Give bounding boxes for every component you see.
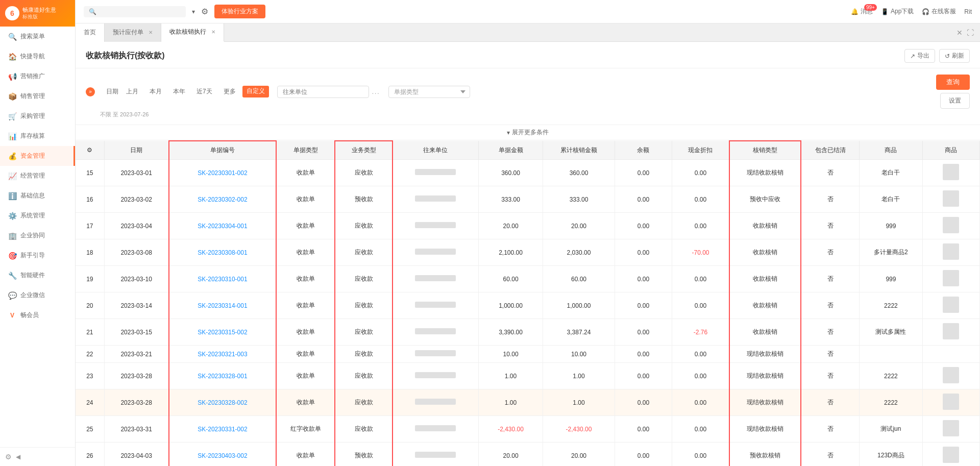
cell-seq: 25: [76, 416, 104, 443]
doc-type-select[interactable]: 单据类型: [388, 86, 470, 98]
sidebar-item-member[interactable]: V 畅会员: [0, 305, 75, 325]
doc-no-link[interactable]: SK-20230310-001: [198, 276, 247, 283]
tab-receipt-cancel[interactable]: 收款核销执行 ✕: [161, 23, 224, 42]
setting-button[interactable]: 设置: [940, 93, 970, 109]
sidebar-item-basic[interactable]: ℹ️ 基础信息: [0, 186, 75, 206]
cell-balance: 0.00: [615, 389, 672, 416]
sidebar-item-guide[interactable]: 🎯 新手引导: [0, 246, 75, 265]
industry-solution-button[interactable]: 体验行业方案: [214, 5, 265, 18]
export-button[interactable]: ↗ 导出: [904, 49, 935, 63]
this-month-btn[interactable]: 本月: [145, 86, 166, 97]
doc-no-link[interactable]: SK-20230308-001: [198, 249, 247, 256]
filter-doc-type: 单据类型: [388, 86, 470, 98]
cell-cumulative: 1.00: [543, 389, 615, 416]
cell-seq: 15: [76, 160, 104, 186]
refresh-button[interactable]: ↺ 刷新: [939, 49, 970, 63]
cell-seq: 24: [76, 389, 104, 416]
settings-icon[interactable]: ⚙: [201, 7, 208, 16]
close-all-icon[interactable]: ✕: [957, 29, 963, 37]
unit-dots[interactable]: ...: [372, 88, 380, 95]
sidebar-item-hardware[interactable]: 🔧 智能硬件: [0, 265, 75, 285]
sidebar-item-marketing[interactable]: 📢 营销推广: [0, 66, 75, 86]
this-year-btn[interactable]: 本年: [168, 86, 190, 97]
sidebar-item-system[interactable]: ⚙️ 系统管理: [0, 206, 75, 226]
doc-no-link[interactable]: SK-20230328-001: [198, 373, 247, 380]
cell-date: 2023-03-28: [104, 389, 168, 416]
expand-filter-icon[interactable]: »: [86, 87, 95, 96]
tab-receipt-cancel-close-icon[interactable]: ✕: [211, 29, 215, 35]
cell-cumulative: 1.00: [543, 363, 615, 389]
app-download-button[interactable]: 📱 App下载: [881, 7, 914, 16]
cell-cancel-type: 现结收款核销: [729, 160, 801, 186]
fullscreen-icon[interactable]: ⛶: [967, 29, 974, 37]
export-icon: ↗: [910, 53, 915, 60]
topbar-search-box[interactable]: 🔍: [84, 6, 186, 17]
page-header-actions: ↗ 导出 ↺ 刷新: [904, 49, 970, 63]
cell-doc-type: 红字收款单: [276, 416, 335, 443]
cell-included: 否: [801, 239, 859, 266]
cell-amount: 3,390.00: [478, 319, 543, 346]
cell-goods2: [922, 443, 980, 467]
doc-no-link[interactable]: SK-20230304-001: [198, 223, 247, 230]
cell-cumulative: -2,430.00: [543, 416, 615, 443]
unit-input[interactable]: [277, 86, 369, 98]
sidebar-item-label: 营销推广: [20, 72, 45, 81]
sidebar-item-label: 基础信息: [20, 191, 45, 200]
table-row: 23 2023-03-28 SK-20230328-001 收款单 应收款 1.…: [76, 363, 980, 389]
cell-balance: 0.00: [615, 239, 672, 266]
messages-button[interactable]: 🔔 消息 99+: [851, 7, 873, 16]
cell-date: 2023-03-02: [104, 186, 168, 213]
sidebar-item-wechat[interactable]: 💬 企业微信: [0, 285, 75, 305]
table-row: 16 2023-03-02 SK-20230302-002 收款单 预收款 33…: [76, 186, 980, 213]
tab-pre-receipt[interactable]: 预计应付单 ✕: [105, 23, 161, 42]
doc-no-link[interactable]: SK-20230314-001: [198, 302, 247, 309]
doc-no-link[interactable]: SK-20230315-002: [198, 329, 247, 336]
doc-no-link[interactable]: SK-20230328-002: [198, 399, 247, 406]
cell-seq: 19: [76, 266, 104, 292]
cell-balance: 0.00: [615, 213, 672, 239]
last-7days-btn[interactable]: 近7天: [192, 86, 217, 97]
doc-no-link[interactable]: SK-20230301-002: [198, 169, 247, 177]
user-avatar[interactable]: Rit: [964, 8, 972, 15]
home-icon: 🏠: [8, 53, 16, 61]
topbar: 🔍 ▾ ⚙ 体验行业方案 🔔 消息 99+ 📱 App下载 🎧 在线客服 Rit: [76, 0, 980, 23]
doc-no-link[interactable]: SK-20230331-002: [198, 426, 247, 433]
custom-date-btn[interactable]: 自定义: [242, 86, 269, 97]
sidebar-item-quick-nav[interactable]: 🏠 快捷导航: [0, 46, 75, 66]
cell-date: 2023-03-14: [104, 292, 168, 319]
dropdown-arrow-icon[interactable]: ▾: [192, 8, 195, 15]
sidebar-item-label: 系统管理: [20, 211, 45, 220]
last-month-btn[interactable]: 上月: [121, 86, 143, 97]
sidebar-item-sales[interactable]: 📦 销售管理: [0, 86, 75, 106]
cell-unit: [393, 319, 479, 346]
settings-gear-icon[interactable]: ⚙: [5, 453, 12, 461]
cell-date: 2023-03-10: [104, 266, 168, 292]
online-service-button[interactable]: 🎧 在线客服: [922, 7, 956, 16]
table-body: 15 2023-03-01 SK-20230301-002 收款单 应收款 36…: [76, 160, 980, 467]
sidebar-item-operations[interactable]: 📈 经营管理: [0, 166, 75, 186]
tab-home[interactable]: 首页: [76, 23, 105, 42]
query-button[interactable]: 查询: [936, 75, 970, 90]
inventory-icon: 📊: [8, 132, 16, 140]
sidebar-item-inventory[interactable]: 📊 库存核算: [0, 126, 75, 146]
sidebar-item-enterprise[interactable]: 🏢 企业协同: [0, 226, 75, 246]
more-dates-btn[interactable]: 更多: [219, 86, 240, 97]
tab-receipt-cancel-label: 收款核销执行: [169, 28, 206, 36]
sidebar-item-finance[interactable]: 💰 资金管理: [0, 146, 75, 166]
sidebar-item-purchase[interactable]: 🛒 采购管理: [0, 106, 75, 126]
doc-no-link[interactable]: SK-20230321-003: [198, 351, 247, 358]
col-header-settings[interactable]: ⚙: [76, 141, 104, 160]
cell-date: 2023-04-03: [104, 443, 168, 467]
search-input[interactable]: [100, 8, 161, 15]
sidebar-item-search[interactable]: 🔍 搜索菜单: [0, 27, 75, 46]
doc-no-link[interactable]: SK-20230403-002: [198, 452, 247, 459]
tab-pre-receipt-close-icon[interactable]: ✕: [149, 30, 153, 35]
cell-balance: 0.00: [615, 319, 672, 346]
collapse-icon[interactable]: ◀: [16, 453, 20, 460]
expand-more-btn[interactable]: ▾ 展开更多条件: [507, 128, 549, 137]
cell-included: 否: [801, 389, 859, 416]
cell-cumulative: 2,030.00: [543, 239, 615, 266]
cell-doc-type: 收款单: [276, 186, 335, 213]
doc-no-link[interactable]: SK-20230302-002: [198, 196, 247, 203]
cell-balance: 0.00: [615, 416, 672, 443]
